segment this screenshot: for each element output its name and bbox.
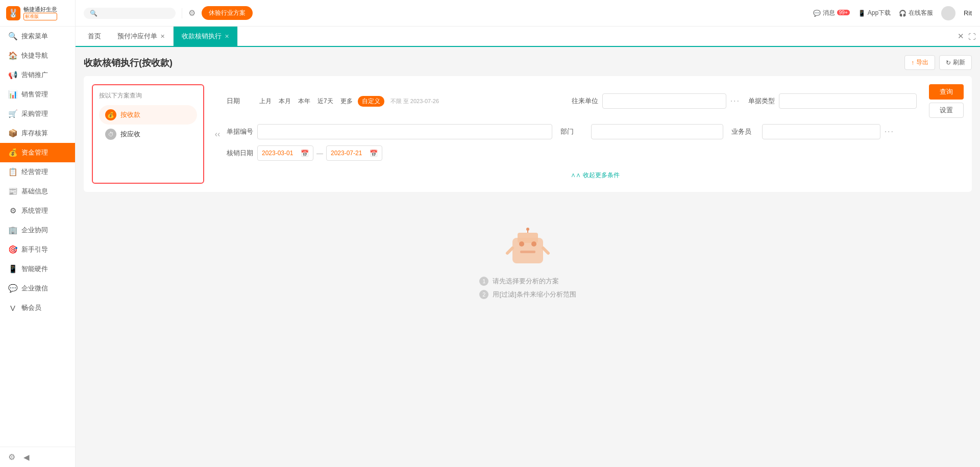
sidebar-item-smart-hw[interactable]: 📱 智能硬件 [0,259,75,279]
writeoff-date-picker: 2023-03-01 📅 — 2023-07-21 📅 [257,145,382,161]
inventory-icon: 📦 [8,129,17,138]
sidebar-item-search[interactable]: 🔍 搜索菜单 [0,27,75,46]
settings-bottom-icon[interactable]: ⚙ [8,452,15,462]
date-shortcuts: 上月 本月 本年 近7天 更多 自定义 不限 至 2023-07-26 [257,96,439,107]
message-item[interactable]: 💬 消息 99+ [813,9,850,17]
app-name: 畅捷通好生意 [23,6,57,13]
page-title: 收款核销执行(按收款) [84,57,173,69]
salesperson-more-icon[interactable]: ··· [885,127,894,136]
collapse-sidebar-icon[interactable]: ◀ [23,453,30,462]
set-button[interactable]: 设置 [929,103,964,118]
date-separator: — [316,150,323,157]
counterparty-more-icon[interactable]: ··· [730,96,740,106]
sidebar-item-purchase[interactable]: 🛒 采购管理 [0,104,75,124]
tab-prepay[interactable]: 预付冲应付单 ✕ [109,27,174,46]
salesperson-label: 业务员 [731,127,758,136]
online-service-item[interactable]: 🎧 在线客服 [899,9,933,17]
app-download-item[interactable]: 📱 App下载 [858,9,891,17]
query-button[interactable]: 查询 [929,84,964,100]
dept-select[interactable] [591,124,723,139]
this-year-btn[interactable]: 本年 [296,96,312,107]
sidebar-item-management[interactable]: 📋 经营管理 [0,162,75,182]
counterparty-input[interactable] [602,93,726,109]
sidebar-item-marketing[interactable]: 📢 营销推广 [0,65,75,85]
sales-icon: 📊 [8,90,17,99]
service-icon: 🎧 [899,10,906,17]
enterprise-icon: 🏢 [8,226,17,235]
prepay-tab-close-icon[interactable]: ✕ [160,33,165,40]
counterparty-label: 往来单位 [572,96,598,106]
funds-icon: 💰 [8,148,17,157]
sidebar-label-management: 经营管理 [21,167,48,177]
by-receipt-icon: 💰 [105,109,116,120]
export-button[interactable]: ↑ 导出 [904,55,935,70]
dept-group: 部门 [560,124,723,139]
page-header: 收款核销执行(按收款) ↑ 导出 ↻ 刷新 [84,55,972,70]
receipt-writeoff-tab-close-icon[interactable]: ✕ [225,33,229,40]
tab-close-button[interactable]: ✕ [958,32,964,41]
salesperson-group: 业务员 ··· [731,124,894,139]
last-month-btn[interactable]: 上月 [257,96,274,107]
sidebar-item-system[interactable]: ⚙ 系统管理 [0,201,75,220]
system-icon: ⚙ [8,206,17,215]
svg-line-8 [543,248,548,253]
sidebar-item-sales[interactable]: 📊 销售管理 [0,85,75,104]
sidebar-item-enterprise[interactable]: 🏢 企业协同 [0,220,75,240]
collapse-conditions-button[interactable]: ∧∧ 收起更多条件 [227,167,964,184]
svg-point-2 [519,241,524,247]
sidebar-label-inventory: 库存核算 [21,129,48,138]
refresh-button[interactable]: ↻ 刷新 [939,55,972,70]
prepay-tab-label: 预付冲应付单 [117,32,157,41]
sidebar-label-sales: 销售管理 [21,90,48,99]
filter-collapse-left-button[interactable]: ‹‹ [212,84,223,184]
empty-state: 1 请先选择要分析的方案 2 用[过滤]条件来缩小分析范围 [84,192,972,330]
topbar: 🔍 ⚙ 休验行业方案 💬 消息 99+ 📱 App下载 🎧 在线客服 Rit [76,0,980,27]
topbar-search[interactable]: 🔍 [84,8,176,19]
filter-form: 日期 上月 本月 本年 近7天 更多 自定义 不限 至 2023-07-26 [227,84,964,184]
more-date-btn[interactable]: 更多 [338,96,355,107]
sidebar-item-guide[interactable]: 🎯 新手引导 [0,240,75,259]
doc-no-input[interactable] [257,124,552,139]
date-range-text: 不限 至 2023-07-26 [390,97,439,105]
wechat-icon: 💬 [8,284,17,293]
sidebar-item-quick-nav[interactable]: 🏠 快捷导航 [0,46,75,65]
user-avatar[interactable] [941,6,955,20]
custom-date-btn[interactable]: 自定义 [358,96,384,107]
this-month-btn[interactable]: 本月 [277,96,293,107]
topbar-right: 💬 消息 99+ 📱 App下载 🎧 在线客服 Rit [813,6,972,20]
svg-point-6 [526,228,529,231]
sidebar-label-smart-hw: 智能硬件 [21,264,48,274]
sidebar-item-funds[interactable]: 💰 资金管理 [0,143,75,162]
filter-option-by-receipt[interactable]: 💰 按收款 [99,105,197,125]
online-service-label: 在线客服 [909,9,933,17]
sidebar-label-enterprise: 企业协同 [21,226,48,235]
main-area: 🔍 ⚙ 休验行业方案 💬 消息 99+ 📱 App下载 🎧 在线客服 Rit [76,0,980,467]
filter-option-by-receivable[interactable]: ⏱ 按应收 [99,125,197,144]
sidebar-item-wechat[interactable]: 💬 企业微信 [0,279,75,298]
sidebar-label-basic-info: 基础信息 [21,187,48,196]
by-receivable-label: 按应收 [120,130,140,139]
tab-expand-button[interactable]: ⛶ [968,32,976,41]
doc-no-group: 单据编号 [227,124,552,139]
smart-hw-icon: 📱 [8,264,17,274]
doc-type-select[interactable] [779,93,917,109]
doc-no-label: 单据编号 [227,127,253,136]
tab-home[interactable]: 首页 [80,27,109,46]
writeoff-date-label: 核销日期 [227,149,253,158]
tab-receipt-writeoff[interactable]: 收款核销执行 ✕ [174,27,238,46]
industry-solution-button[interactable]: 休验行业方案 [202,6,253,20]
app-edition: 标准版 [23,13,57,20]
writeoff-end-date[interactable]: 2023-07-21 📅 [326,145,382,161]
sidebar-item-inventory[interactable]: 📦 库存核算 [0,124,75,143]
empty-svg [502,223,553,268]
sidebar-item-vip[interactable]: V 畅会员 [0,298,75,317]
sidebar-label-wechat: 企业微信 [21,284,48,293]
sidebar-item-basic-info[interactable]: 📰 基础信息 [0,182,75,201]
svg-rect-1 [518,233,538,243]
last-7days-btn[interactable]: 近7天 [315,96,335,107]
hint-num-1: 1 [479,277,488,286]
writeoff-start-date[interactable]: 2023-03-01 📅 [257,145,313,161]
filter-panel: 按以下方案查询 💰 按收款 ⏱ 按应收 ‹‹ 日期 [84,76,972,192]
topbar-gear-icon[interactable]: ⚙ [188,8,195,18]
salesperson-input[interactable] [762,124,880,139]
